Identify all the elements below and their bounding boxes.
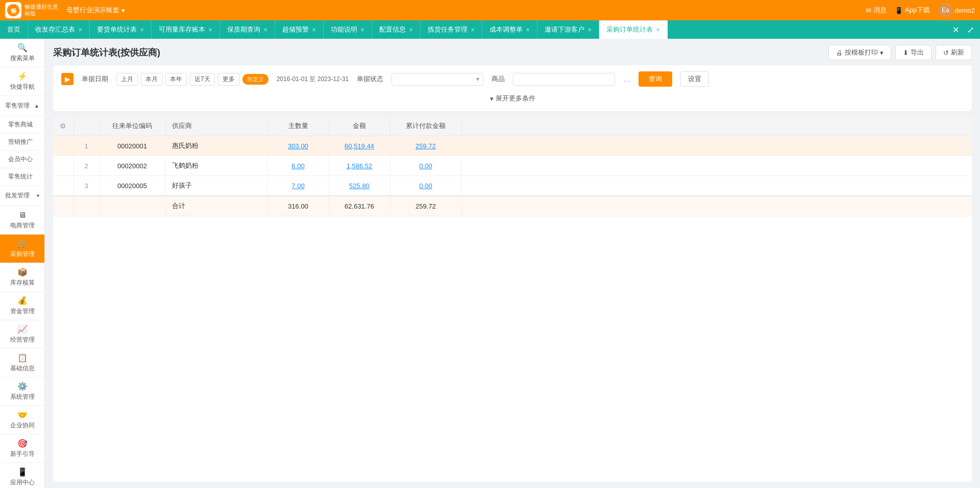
sidebar-item-system[interactable]: ⚙️ 系统管理 — [0, 377, 44, 406]
sidebar-item-label: 零售商城 — [8, 120, 33, 129]
sidebar-item-label: 企业协同 — [10, 421, 35, 430]
sidebar-item-marketing[interactable]: 营销推广 — [0, 134, 44, 151]
tab-close-icon[interactable]: ✕ — [656, 27, 660, 33]
settings-button[interactable]: 设置 — [680, 71, 709, 87]
sidebar-item-member[interactable]: 会员中心 — [0, 151, 44, 168]
workspace-selector[interactable]: 母婴行业演示账套 ▾ — [62, 4, 129, 17]
chevron-down-icon: ▾ — [490, 95, 494, 102]
column-settings-btn[interactable]: ⚙ — [60, 122, 66, 130]
date-btn-7days[interactable]: 近7天 — [190, 73, 215, 86]
sidebar-item-purchase[interactable]: 🛒 采购管理 — [0, 235, 44, 263]
date-btn-this-year[interactable]: 本年 — [165, 73, 187, 86]
tab-cost-adjust[interactable]: 成本调整单 ✕ — [482, 20, 537, 39]
tab-overstock-warning[interactable]: 超储预警 ✕ — [275, 20, 324, 39]
td-supplier: 好孩子 — [165, 176, 267, 196]
tab-order-stats[interactable]: 要货单统计表 ✕ — [90, 20, 152, 39]
tab-home[interactable]: 首页 — [0, 20, 28, 39]
query-button[interactable]: 查询 — [639, 71, 672, 87]
app-download-btn[interactable]: 📱 App下载 — [895, 6, 930, 15]
tab-available-inventory[interactable]: 可用量库存账本 ✕ — [152, 20, 220, 39]
sidebar-item-basic-info[interactable]: 📋 基础信息 — [0, 349, 44, 377]
guide-icon: 🎯 — [17, 439, 28, 448]
tab-function-desc[interactable]: 功能说明 ✕ — [324, 20, 372, 39]
td-cumulative: 0.00 — [390, 156, 461, 176]
tab-close-icon[interactable]: ✕ — [208, 27, 212, 33]
tab-shelf-life[interactable]: 保质期查询 ✕ — [220, 20, 275, 39]
tab-close-icon[interactable]: ✕ — [263, 27, 267, 33]
tab-close-icon[interactable]: ✕ — [471, 27, 475, 33]
sidebar-item-label: 应用中心 — [10, 478, 35, 487]
sidebar-item-label: 基础信息 — [10, 364, 35, 373]
nav-tabs-close-all[interactable]: ✕ — [950, 24, 961, 36]
sidebar-item-label: 经营管理 — [10, 336, 35, 344]
th-qty: 主数量 — [267, 116, 329, 136]
status-select[interactable] — [391, 73, 483, 86]
tab-purchase-order-stats[interactable]: 采购订单统计表 ✕ — [599, 20, 668, 39]
date-btn-last-month[interactable]: 上月 — [116, 73, 138, 86]
footer-code — [99, 196, 165, 216]
export-button[interactable]: ⬇ 导出 — [895, 45, 932, 60]
sidebar-item-new-guide[interactable]: 🎯 新手引导 — [0, 434, 44, 463]
tab-close-icon[interactable]: ✕ — [587, 27, 592, 33]
refresh-label: 刷新 — [951, 48, 964, 57]
goods-input[interactable] — [513, 73, 615, 86]
tab-close-icon[interactable]: ✕ — [526, 27, 530, 33]
tab-close-icon[interactable]: ✕ — [360, 27, 364, 33]
date-filter-label: 单据日期 — [82, 74, 108, 84]
tab-inventory-summary[interactable]: 收发存汇总表 ✕ — [28, 20, 90, 39]
goods-more-icon[interactable]: … — [623, 75, 630, 83]
message-btn[interactable]: ✉ 消息 — [866, 6, 887, 15]
username-label: demo2 — [954, 7, 975, 14]
app-download-label: App下载 — [905, 6, 930, 15]
chevron-down-icon: ▾ — [37, 193, 39, 198]
tab-picking[interactable]: 拣货任务管理 ✕ — [421, 20, 482, 39]
td-code: 00020001 — [99, 136, 165, 156]
refresh-button[interactable]: ↺ 刷新 — [936, 45, 972, 60]
date-btn-this-month[interactable]: 本月 — [141, 73, 162, 86]
sidebar-item-operations[interactable]: 📈 经营管理 — [0, 320, 44, 349]
sidebar-item-app-center[interactable]: 📱 应用中心 — [0, 463, 44, 488]
date-custom-badge[interactable]: 自定义 — [242, 74, 268, 85]
sidebar-item-quick-nav[interactable]: ⚡ 快捷导航 — [0, 67, 44, 96]
tab-close-icon[interactable]: ✕ — [140, 27, 144, 33]
td-settings — [53, 136, 74, 156]
tab-close-icon[interactable]: ✕ — [78, 27, 82, 33]
expand-arrow-btn[interactable]: ▶ — [61, 73, 74, 85]
nav-tabs: 首页 收发存汇总表 ✕ 要货单统计表 ✕ 可用量库存账本 ✕ 保质期查询 ✕ 超… — [0, 20, 980, 39]
date-btn-more[interactable]: 更多 — [218, 73, 239, 86]
tab-close-icon[interactable]: ✕ — [409, 27, 413, 33]
tab-label: 收发存汇总表 — [35, 25, 75, 34]
expand-more-btn[interactable]: ▾ 展开更多条件 — [486, 92, 540, 105]
sidebar-item-wholesale[interactable]: 批发管理 ▾ — [0, 186, 44, 206]
th-settings: ⚙ — [53, 116, 74, 136]
sidebar-item-ecommerce[interactable]: 🖥 电商管理 — [0, 206, 44, 235]
nav-tabs-fullscreen[interactable]: ⤢ — [965, 24, 976, 36]
tab-label: 邀请下游客户 — [545, 25, 584, 34]
print-label: 按模板打印 — [845, 48, 878, 57]
sidebar-item-label: 系统管理 — [10, 393, 35, 401]
footer-label: 合计 — [165, 196, 267, 216]
sidebar-item-retail-mgmt[interactable]: 零售管理 ▲ — [0, 96, 44, 116]
tab-close-icon[interactable]: ✕ — [312, 27, 316, 33]
sidebar-item-retail-stats[interactable]: 零售统计 — [0, 168, 44, 186]
page-title: 采购订单统计表(按供应商) — [53, 46, 160, 59]
tab-invite-downstream[interactable]: 邀请下游客户 ✕ — [537, 20, 599, 39]
filter-more-row: ▾ 展开更多条件 — [61, 92, 964, 105]
sidebar-item-search[interactable]: 🔍 搜索菜单 — [0, 39, 44, 67]
top-bar: 畅 畅捷通好生意 标版 母婴行业演示账套 ▾ ✉ 消息 📱 App下载 Ea d… — [0, 0, 980, 20]
print-button[interactable]: 🖨 按模板打印 ▾ — [828, 45, 891, 60]
user-info[interactable]: Ea demo2 — [938, 3, 975, 17]
avatar: Ea — [938, 3, 952, 17]
sidebar-item-inventory[interactable]: 📦 库存核算 — [0, 263, 44, 292]
tab-config[interactable]: 配置信息 ✕ — [372, 20, 421, 39]
sidebar-item-label: 零售统计 — [8, 172, 33, 181]
sidebar-item-enterprise[interactable]: 🤝 企业协同 — [0, 406, 44, 434]
top-bar-right: ✉ 消息 📱 App下载 Ea demo2 — [866, 3, 975, 17]
sidebar-item-retail-mall[interactable]: 零售商城 — [0, 116, 44, 134]
export-icon: ⬇ — [903, 49, 909, 57]
sidebar-item-label: 新手引导 — [10, 450, 35, 458]
td-qty: 303.00 — [267, 136, 329, 156]
refresh-icon: ↺ — [943, 49, 949, 57]
sidebar-item-finance[interactable]: 💰 资金管理 — [0, 292, 44, 320]
sidebar-item-label: 采购管理 — [10, 250, 35, 259]
